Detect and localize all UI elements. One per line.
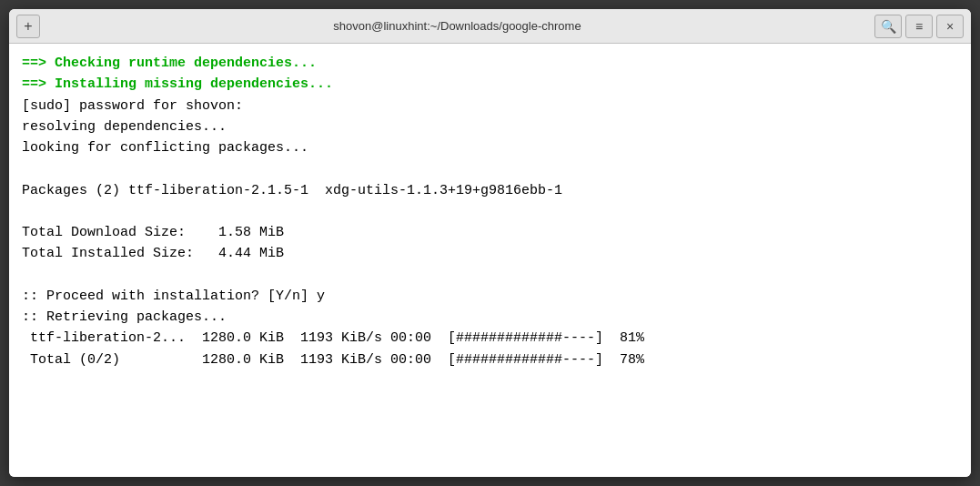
- menu-icon: ≡: [915, 19, 923, 34]
- terminal-line: ==> Installing missing dependencies...: [22, 74, 958, 95]
- terminal-line: Packages (2) ttf-liberation-2.1.5-1 xdg-…: [22, 180, 958, 201]
- close-button[interactable]: ×: [936, 15, 964, 38]
- titlebar: + shovon@linuxhint:~/Downloads/google-ch…: [9, 9, 971, 44]
- titlebar-controls: 🔍 ≡ ×: [874, 15, 964, 38]
- terminal-line: resolving dependencies...: [22, 116, 958, 137]
- titlebar-left: +: [16, 15, 40, 38]
- terminal-line: :: Proceed with installation? [Y/n] y: [22, 286, 958, 307]
- terminal-line: ttf-liberation-2... 1280.0 KiB 1193 KiB/…: [22, 328, 958, 349]
- close-icon: ×: [946, 19, 954, 34]
- new-tab-icon: +: [24, 18, 32, 35]
- terminal-line: [22, 158, 958, 179]
- terminal-line: :: Retrieving packages...: [22, 307, 958, 328]
- terminal-body[interactable]: ==> Checking runtime dependencies...==> …: [9, 44, 971, 477]
- terminal-line: Total (0/2) 1280.0 KiB 1193 KiB/s 00:00 …: [22, 349, 958, 370]
- terminal-line: Total Download Size: 1.58 MiB: [22, 222, 958, 243]
- menu-button[interactable]: ≡: [905, 15, 933, 38]
- terminal-line: looking for conflicting packages...: [22, 137, 958, 158]
- terminal-line: [22, 201, 958, 222]
- search-button[interactable]: 🔍: [874, 15, 902, 38]
- terminal-outer: ==> Checking runtime dependencies...==> …: [9, 44, 971, 477]
- terminal-line: Total Installed Size: 4.44 MiB: [22, 243, 958, 264]
- new-tab-button[interactable]: +: [16, 15, 40, 38]
- terminal-line: [22, 265, 958, 286]
- terminal-line: [sudo] password for shovon:: [22, 96, 958, 116]
- search-icon: 🔍: [881, 19, 896, 34]
- window-title: shovon@linuxhint:~/Downloads/google-chro…: [40, 19, 874, 33]
- terminal-line: ==> Checking runtime dependencies...: [22, 53, 958, 74]
- terminal-window: + shovon@linuxhint:~/Downloads/google-ch…: [9, 9, 971, 477]
